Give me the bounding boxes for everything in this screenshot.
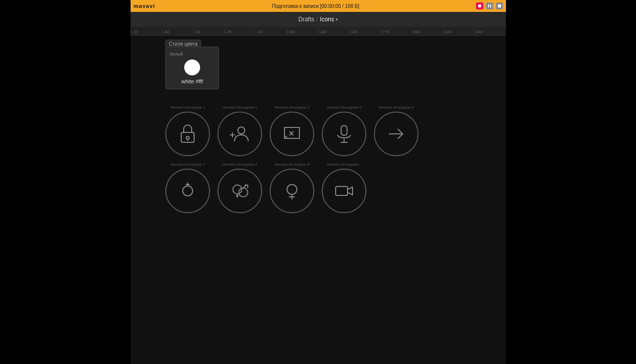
- ruler-tick: -20: [224, 30, 256, 34]
- icon-item-9: Иконка Исходник...: [322, 162, 366, 213]
- svg-point-7: [238, 127, 245, 134]
- icons-section: Иконка Исходник 1 Иконка Исходник 2: [165, 105, 419, 219]
- main-area: mavavi Подготовка к записи [00:00:00 / 1…: [131, 0, 506, 364]
- svg-point-5: [186, 136, 189, 139]
- icon-lock[interactable]: [165, 112, 210, 156]
- svg-rect-12: [341, 125, 347, 135]
- ruler: -10 -40 -30 -20 -10 100 140 120 775 800 …: [131, 27, 506, 36]
- breadcrumb-current[interactable]: Icons ▾: [320, 16, 338, 23]
- svg-rect-0: [478, 4, 481, 7]
- ruler-tick: -40: [162, 30, 193, 34]
- svg-rect-3: [498, 4, 501, 7]
- color-swatch: [184, 60, 200, 75]
- canvas-area: Стили цвета белый white #fff Иконка Исхо…: [131, 36, 506, 364]
- ruler-tick: 100: [287, 30, 318, 34]
- icon-label-1: Иконка Исходник 1: [165, 105, 210, 110]
- icon-item-3: Иконка Исходник 3: [270, 105, 314, 156]
- icon-item-1: Иконка Исходник 1: [165, 105, 210, 156]
- top-bar: mavavi Подготовка к записи [00:00:00 / 1…: [131, 0, 506, 12]
- icon-label-9: Иконка Исходник...: [322, 162, 366, 167]
- ruler-tick: 800: [412, 30, 443, 34]
- icon-gender-both[interactable]: [217, 169, 262, 213]
- icon-microphone[interactable]: [322, 112, 366, 156]
- breadcrumb-current-label: Icons: [320, 16, 334, 23]
- icons-row-1: Иконка Исходник 1 Иконка Исходник 2: [165, 105, 419, 156]
- svg-rect-2: [490, 4, 491, 7]
- svg-rect-1: [488, 4, 489, 7]
- icon-item-6: Иконка Исходник 7: [165, 162, 210, 213]
- app-logo: mavavi: [134, 3, 155, 9]
- icon-label-7: Иконка Исходник 8: [217, 162, 262, 167]
- icon-video-camera[interactable]: [322, 169, 366, 213]
- icon-label-6: Иконка Исходник 7: [165, 162, 210, 167]
- color-sublabel: белый: [166, 52, 183, 57]
- ruler-tick: 128: [443, 30, 475, 34]
- chevron-down-icon: ▾: [336, 17, 338, 22]
- side-panel-left: [0, 0, 131, 364]
- icon-gender-female[interactable]: [270, 169, 314, 213]
- ruler-tick: 120: [350, 30, 381, 34]
- svg-rect-29: [336, 186, 348, 195]
- icon-label-2: Иконка Исходник 2: [217, 105, 262, 110]
- icon-add-user[interactable]: [217, 112, 262, 156]
- record-button[interactable]: [476, 2, 483, 9]
- icon-gender-male[interactable]: [165, 169, 210, 213]
- color-card[interactable]: белый white #fff: [165, 47, 219, 89]
- side-panel-right: [506, 0, 636, 364]
- icon-label-3: Иконка Исходник 3: [270, 105, 314, 110]
- pause-button[interactable]: [486, 2, 493, 9]
- ruler-tick: 140: [318, 30, 350, 34]
- icon-label-4: Иконка Исходник 5: [322, 105, 366, 110]
- icon-label-8: Иконка Исходник 9: [270, 162, 314, 167]
- icon-item-5: Иконка Исходник 6: [374, 105, 419, 156]
- breadcrumb-drafts[interactable]: Drafts: [298, 16, 314, 23]
- ruler-tick: -10: [131, 30, 162, 34]
- svg-point-26: [287, 184, 297, 194]
- svg-point-16: [183, 186, 193, 196]
- icon-label-5: Иконка Исходник 6: [374, 105, 419, 110]
- stop-button[interactable]: [496, 2, 503, 9]
- ruler-tick: -10: [256, 30, 287, 34]
- icon-item-4: Иконка Исходник 5: [322, 105, 366, 156]
- icon-arrow-right[interactable]: [374, 112, 419, 156]
- icons-row-2: Иконка Исходник 7 Иконка Исходник 8: [165, 162, 419, 213]
- ruler-tick: 775: [381, 30, 412, 34]
- breadcrumb-separator: /: [316, 16, 318, 23]
- ruler-tick: -30: [193, 30, 224, 34]
- breadcrumb-bar: Drafts / Icons ▾: [131, 12, 506, 27]
- ruler-tick: 840: [475, 30, 506, 34]
- icon-item-8: Иконка Исходник 9: [270, 162, 314, 213]
- icon-item-2: Иконка Исходник 2: [217, 105, 262, 156]
- recording-status: Подготовка к записи [00:00:00 / 108 Б]: [158, 3, 473, 9]
- color-name: white #fff: [181, 78, 203, 84]
- icon-item-7: Иконка Исходник 8: [217, 162, 262, 213]
- icon-message-x[interactable]: [270, 112, 314, 156]
